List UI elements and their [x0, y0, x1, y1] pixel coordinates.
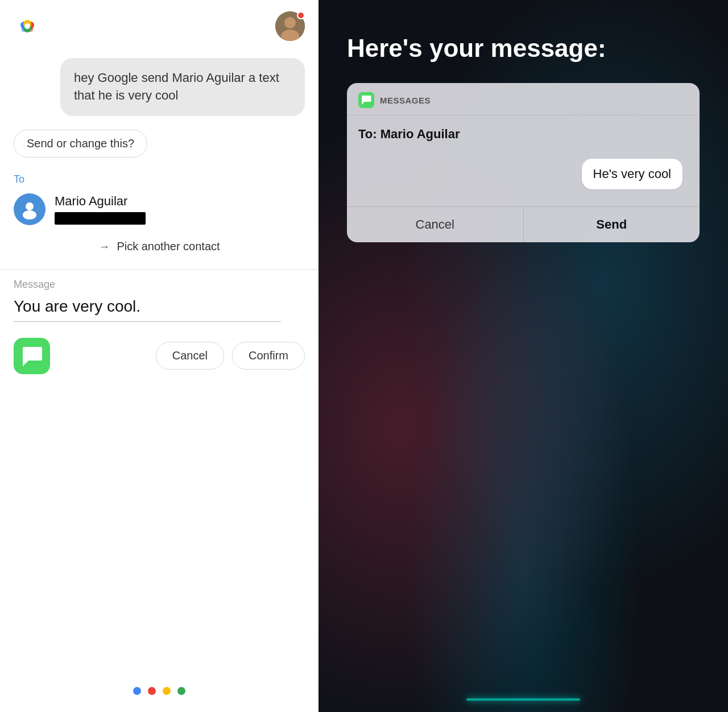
contact-phone-redacted: [55, 212, 146, 225]
siri-panel: Here's your message: MESSAGES To: Mario …: [318, 0, 728, 712]
svg-point-11: [284, 17, 296, 28]
message-bubble-container: He's very cool: [358, 159, 688, 189]
google-assistant-panel: hey Google send Mario Aguilar a text tha…: [0, 0, 318, 712]
divider: [0, 269, 318, 270]
message-bubble-text: He's very cool: [582, 159, 682, 189]
siri-indicator-bar: [466, 698, 580, 701]
siri-send-button[interactable]: Send: [524, 207, 700, 242]
dot-green: [177, 687, 185, 695]
to-section: To Mario Aguilar: [0, 173, 318, 230]
action-buttons: Cancel Confirm: [156, 342, 305, 370]
message-card-actions: Cancel Send: [347, 206, 700, 242]
message-underline: [14, 321, 281, 322]
message-content: You are very cool.: [14, 297, 305, 316]
google-assistant-logo: [14, 13, 41, 40]
notification-dot: [297, 11, 305, 19]
svg-point-13: [26, 202, 34, 210]
person-icon: [19, 199, 40, 220]
contact-row: Mario Aguilar: [14, 193, 305, 225]
user-message-text: hey Google send Mario Aguilar a text tha…: [74, 71, 279, 102]
left-header: [0, 0, 318, 47]
dot-yellow: [163, 687, 171, 695]
messages-bubble-icon-small: [361, 95, 371, 105]
to-label: To: [14, 173, 305, 185]
message-card-body: To: Mario Aguilar He's very cool: [347, 115, 700, 189]
pick-contact-row[interactable]: → Pick another contact: [98, 240, 220, 253]
user-avatar-container[interactable]: [275, 11, 305, 41]
contact-name: Mario Aguilar: [55, 194, 146, 209]
message-card-header: MESSAGES: [347, 83, 700, 115]
arrow-right-icon: →: [98, 240, 110, 253]
message-field-label: Message: [14, 279, 305, 291]
messages-app-icon-small: [358, 92, 374, 108]
siri-cancel-button[interactable]: Cancel: [347, 207, 524, 242]
contact-info: Mario Aguilar: [55, 194, 146, 225]
confirm-button[interactable]: Confirm: [232, 342, 305, 370]
send-change-label: Send or change this?: [27, 137, 134, 150]
message-recipient: To: Mario Aguilar: [358, 127, 688, 142]
messages-app-label: MESSAGES: [380, 96, 431, 105]
user-speech-bubble: hey Google send Mario Aguilar a text tha…: [60, 58, 305, 116]
messages-bubble-icon: [20, 345, 43, 367]
svg-point-14: [23, 210, 36, 220]
action-row: Cancel Confirm: [0, 338, 318, 374]
contact-avatar: [14, 193, 46, 225]
heres-message-title: Here's your message:: [347, 34, 700, 63]
message-section: Message You are very cool.: [0, 279, 318, 338]
cancel-button[interactable]: Cancel: [156, 342, 224, 370]
dot-blue: [133, 687, 141, 695]
messages-app-icon: [14, 338, 50, 374]
bottom-indicator-dots: [133, 687, 185, 695]
send-or-change-pill[interactable]: Send or change this?: [14, 130, 147, 158]
dot-red: [148, 687, 156, 695]
message-preview-card: MESSAGES To: Mario Aguilar He's very coo…: [347, 83, 700, 242]
siri-content: Here's your message: MESSAGES To: Mario …: [318, 0, 728, 242]
pick-contact-label: Pick another contact: [117, 240, 220, 253]
svg-point-9: [24, 23, 30, 29]
